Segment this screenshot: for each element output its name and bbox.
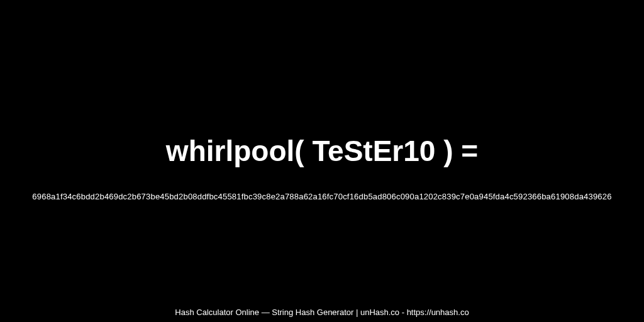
footer-attribution: Hash Calculator Online — String Hash Gen… [0, 308, 644, 317]
page-container: whirlpool( TeStEr10 ) = 6968a1f34c6bdd2b… [0, 0, 644, 322]
main-content: whirlpool( TeStEr10 ) = 6968a1f34c6bdd2b… [32, 134, 611, 201]
hash-output-value: 6968a1f34c6bdd2b469dc2b673be45bd2b08ddfb… [32, 192, 611, 201]
hash-expression-title: whirlpool( TeStEr10 ) = [166, 134, 478, 168]
